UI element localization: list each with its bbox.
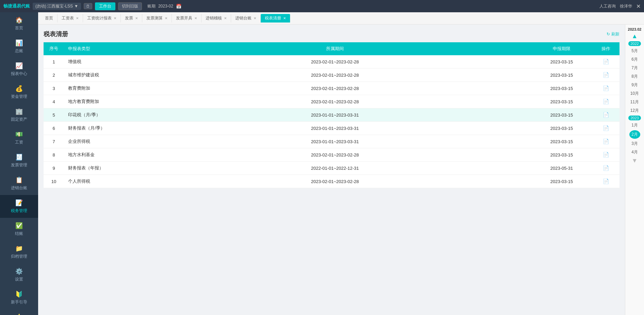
- view-icon[interactable]: 📄: [603, 152, 609, 158]
- refresh-button[interactable]: ↻ 刷新: [607, 31, 619, 37]
- tab-salary-stat-close[interactable]: ✕: [114, 16, 116, 20]
- view-icon[interactable]: 📄: [603, 125, 609, 131]
- cell-deadline: 2023-03-15: [531, 148, 592, 162]
- month-2022-05[interactable]: 5月: [625, 47, 644, 55]
- tab-invoice-calc-close[interactable]: ✕: [165, 16, 167, 20]
- month-2022-07[interactable]: 7月: [625, 64, 644, 72]
- view-icon[interactable]: 📄: [603, 85, 609, 91]
- page-title: 税表清册: [44, 30, 68, 38]
- cell-action[interactable]: 📄: [592, 135, 619, 148]
- switch-button[interactable]: 切到旧版: [118, 2, 142, 10]
- cell-action[interactable]: 📄: [592, 162, 619, 175]
- cell-action[interactable]: 📄: [592, 108, 619, 122]
- cell-period: 2023-02-01~2023-02-28: [139, 55, 531, 69]
- month-2023-04[interactable]: 4月: [625, 148, 644, 156]
- username[interactable]: 徐泽华: [620, 3, 632, 9]
- cell-no: 5: [44, 108, 64, 122]
- tab-invoice-open-close[interactable]: ✕: [194, 16, 197, 20]
- tab-purchase-audit-close[interactable]: ✕: [224, 16, 227, 20]
- sidebar-item-guide[interactable]: 🔰 新手引导: [0, 286, 38, 309]
- col-type: 申报表类型: [64, 42, 139, 55]
- cell-no: 9: [44, 162, 64, 175]
- sidebar-item-ledger[interactable]: 📊 总账: [0, 35, 38, 58]
- view-icon[interactable]: 📄: [603, 59, 609, 64]
- sidebar-item-invoice[interactable]: 🧾 发票管理: [0, 149, 38, 172]
- tab-purchase-audit[interactable]: 进销稽核 ✕: [202, 14, 231, 22]
- app-logo: 畅捷通易代账: [3, 3, 30, 9]
- cell-type: 增值税: [64, 55, 139, 69]
- tab-salary[interactable]: 工资表 ✕: [58, 14, 83, 22]
- sidebar-label-invoice: 发票管理: [11, 162, 27, 168]
- tab-invoice[interactable]: 发票 ✕: [121, 14, 142, 22]
- company-selector[interactable]: (勿动) 江西服宝-LSS ▼: [33, 3, 81, 10]
- cell-action[interactable]: 📄: [592, 122, 619, 135]
- refresh-label: 刷新: [611, 31, 619, 37]
- sidebar-item-home[interactable]: 🏠 首页: [0, 12, 38, 35]
- cell-action[interactable]: 📄: [592, 55, 619, 69]
- year-section-2022: 2022 5月 6月 7月 8月 9月 10月 11月 12月: [625, 41, 644, 115]
- company-dropdown-icon: ▼: [74, 4, 78, 9]
- view-icon[interactable]: 📄: [603, 165, 609, 171]
- calendar-icon[interactable]: 📅: [176, 4, 181, 9]
- tab-invoice-close[interactable]: ✕: [135, 16, 138, 20]
- tab-invoice-calc[interactable]: 发票测算 ✕: [142, 14, 172, 22]
- tax-icon: 📝: [15, 199, 23, 207]
- sidebar-item-setting[interactable]: ⚙️ 设置: [0, 264, 38, 286]
- calendar-panel: 2023.02 ▲ 2022 5月 6月 7月 8月 9月 10月 11月 12…: [625, 25, 644, 315]
- table-row: 5印花税（月/季）2023-01-01~2023-03-312023-03-15…: [44, 108, 619, 122]
- view-icon[interactable]: 📄: [603, 72, 609, 78]
- cell-period: 2023-01-01~2023-03-31: [139, 122, 531, 135]
- month-2022-08[interactable]: 8月: [625, 72, 644, 81]
- month-2022-10[interactable]: 10月: [625, 89, 644, 98]
- workbench-button[interactable]: 工作台: [95, 2, 115, 10]
- ai-consult[interactable]: 人工咨询: [599, 3, 616, 9]
- cell-type: 地方水利基金: [64, 148, 139, 162]
- cell-action[interactable]: 📄: [592, 148, 619, 162]
- sidebar-item-settle[interactable]: ✅ 结账: [0, 218, 38, 241]
- tab-purchase-ledger-close[interactable]: ✕: [254, 16, 256, 20]
- cell-deadline: 2023-03-15: [531, 122, 592, 135]
- view-icon[interactable]: 📄: [603, 112, 609, 118]
- sidebar-item-fund[interactable]: 💰 资金管理: [0, 81, 38, 104]
- sidebar-item-vip[interactable]: ⭐ 畅会员: [0, 309, 38, 315]
- tab-tax-register-close[interactable]: ✕: [283, 16, 286, 20]
- cell-action[interactable]: 📄: [592, 82, 619, 95]
- sidebar-item-archive[interactable]: 📁 归档管理: [0, 241, 38, 264]
- page-main: 税表清册 ↻ 刷新 序号 申报表类型 所属期间 申报期限 操作: [38, 25, 625, 315]
- sidebar-label-salary: 工资: [15, 139, 23, 145]
- calendar-nav-down[interactable]: ▼: [632, 157, 638, 164]
- month-2023-01[interactable]: 1月: [625, 121, 644, 130]
- cell-action[interactable]: 📄: [592, 95, 619, 108]
- cell-type: 财务报表（年报）: [64, 162, 139, 175]
- sidebar-item-tax[interactable]: 📝 税务管理: [0, 195, 38, 218]
- sidebar-item-salary[interactable]: 💵 工资: [0, 126, 38, 149]
- view-icon[interactable]: 📄: [603, 178, 609, 184]
- tab-salary-close[interactable]: ✕: [76, 16, 79, 20]
- tab-tax-register[interactable]: 税表清册 ✕: [261, 14, 290, 22]
- cell-no: 1: [44, 55, 64, 69]
- tab-home[interactable]: 首页: [41, 14, 58, 22]
- cell-action[interactable]: 📄: [592, 175, 619, 188]
- top-bar: 畅捷通易代账 (勿动) 江西服宝-LSS ▼ 🗒 工作台 切到旧版 账期 202…: [0, 0, 644, 12]
- cell-period: 2023-02-01~2023-02-28: [139, 82, 531, 95]
- cell-action[interactable]: 📄: [592, 69, 619, 82]
- view-icon[interactable]: 📄: [603, 138, 609, 144]
- close-icon[interactable]: ✕: [636, 3, 641, 10]
- month-2022-09[interactable]: 9月: [625, 81, 644, 89]
- table-row: 6财务报表（月/季）2023-01-01~2023-03-312023-03-1…: [44, 122, 619, 135]
- month-2023-02[interactable]: 2月: [629, 130, 640, 139]
- tab-salary-stat[interactable]: 工资统计报表 ✕: [83, 14, 121, 22]
- month-2022-06[interactable]: 6月: [625, 55, 644, 64]
- tab-purchase-ledger[interactable]: 进销台账 ✕: [231, 14, 261, 22]
- calendar-nav-up[interactable]: ▲: [632, 33, 638, 40]
- sidebar-item-report[interactable]: 📈 报表中心: [0, 58, 38, 81]
- month-2022-11[interactable]: 11月: [625, 98, 644, 106]
- month-2023-03[interactable]: 3月: [625, 139, 644, 148]
- tab-invoice-open[interactable]: 发票开具 ✕: [172, 14, 202, 22]
- view-icon[interactable]: 📄: [603, 99, 609, 104]
- month-2022-12[interactable]: 12月: [625, 106, 644, 115]
- sidebar-item-asset[interactable]: 🏢 固定资产: [0, 104, 38, 126]
- sidebar-item-purchase[interactable]: 📋 进销台账: [0, 172, 38, 195]
- tab-invoice-label: 发票: [125, 15, 133, 21]
- copy-button[interactable]: 🗒: [84, 3, 92, 9]
